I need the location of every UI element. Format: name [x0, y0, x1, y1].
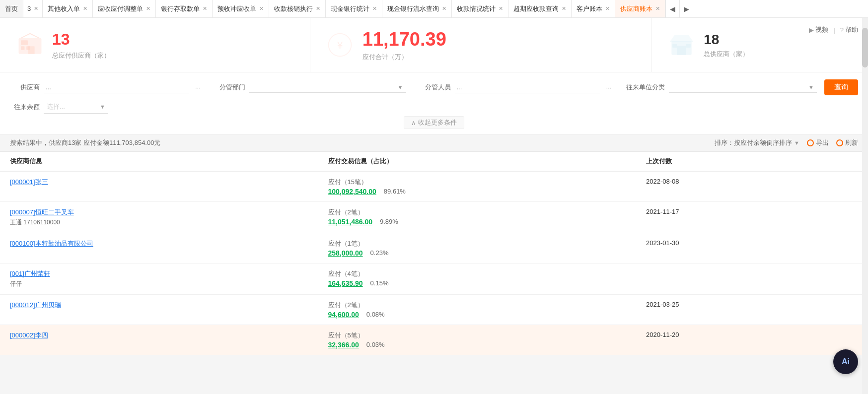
tx-label-3: 应付（1笔）	[328, 239, 647, 248]
transaction-info-3: 应付（1笔） 258,000.00 0.23%	[328, 239, 647, 257]
tx-percent-2: 9.89%	[380, 218, 398, 225]
sort-label: 排序：按应付余额倒序排序	[715, 138, 792, 147]
close-icon[interactable]: ✕	[259, 5, 264, 12]
payable-total-label: 应付合计（万）	[362, 53, 446, 62]
supplier-sub-2: 王通 17106110000	[10, 218, 328, 227]
chevron-down-icon: ▼	[398, 84, 403, 90]
ai-button[interactable]: Ai	[833, 349, 858, 374]
nav-customer-ledger[interactable]: 客户账本 ✕	[572, 0, 615, 17]
top-links: ▶ 视频 | ? 帮助	[809, 25, 858, 34]
last-pay-1: 2022-08-08	[646, 178, 858, 185]
close-icon[interactable]: ✕	[605, 5, 610, 12]
refresh-button[interactable]: 刷新	[836, 138, 858, 147]
query-button[interactable]: 查询	[824, 79, 858, 95]
close-icon[interactable]: ✕	[655, 5, 660, 12]
nav-right-arrow[interactable]: ▶	[679, 0, 693, 18]
col-header-last-pay: 上次付数	[646, 157, 858, 166]
supplier-link-3[interactable]: [000100]本特勤油品有限公司	[10, 239, 328, 248]
table-header: 供应商信息 应付交易信息（占比） 上次付数	[0, 152, 868, 172]
supplier-link-5[interactable]: [000012]广州贝瑞	[10, 301, 328, 310]
supplier-link-6[interactable]: [000002]李四	[10, 331, 328, 340]
close-icon[interactable]: ✕	[34, 5, 38, 12]
last-pay-6: 2020-11-20	[646, 331, 858, 338]
tx-amount-6[interactable]: 32,366.00	[328, 341, 359, 349]
close-icon[interactable]: ✕	[372, 5, 377, 12]
table-row: [000001]张三 应付（15笔） 100,092,540.00 89.61%…	[0, 172, 868, 202]
nav-supplier-ledger[interactable]: 供应商账本 ✕	[615, 0, 665, 17]
stats-bar: 13 总应付供应商（家） ¥ 11,170.39 应付合计（万）	[0, 18, 868, 72]
result-bar: 搜索结果中，供应商13家 应付金额111,703,854.00元 排序：按应付余…	[0, 134, 868, 152]
chevron-up-icon: ∧	[411, 119, 416, 127]
video-link[interactable]: ▶ 视频	[809, 25, 828, 34]
nav-bank-deposit[interactable]: 银行存取款单 ✕	[156, 0, 213, 17]
filter-row-2: 往来余额 选择... ▼	[10, 100, 858, 114]
stat-card-suppliers: 13 总应付供应商（家）	[0, 18, 310, 72]
nav-cash-flow[interactable]: 现金银行流水查询 ✕	[382, 0, 452, 17]
balance-select[interactable]: 选择... ▼	[44, 100, 108, 114]
scrollbar-thumb[interactable]	[862, 28, 868, 67]
nav-prepay[interactable]: 预收冲应收单 ✕	[213, 0, 269, 17]
supplier-link-2[interactable]: [000007]恒旺二手叉车	[10, 208, 328, 217]
category-select[interactable]: ▼	[669, 82, 817, 93]
tx-amount-1[interactable]: 100,092,540.00	[328, 188, 376, 196]
nav-collection[interactable]: 收款核销执行 ✕	[269, 0, 326, 17]
payable-total-amount: 11,170.39	[362, 28, 446, 51]
nav-collection-stats[interactable]: 收款情况统计 ✕	[452, 0, 508, 17]
filter-category: 往来单位分类 ▼	[626, 82, 817, 93]
filter-area: 供应商 ··· 分管部门 ▼ 分管人员 ··· 往来单位分类 ▼	[0, 72, 868, 134]
export-button[interactable]: 导出	[807, 138, 829, 147]
person-more-icon[interactable]: ···	[606, 84, 611, 91]
close-icon[interactable]: ✕	[442, 5, 446, 12]
nav-other-income[interactable]: 其他收入单 ✕	[43, 0, 93, 17]
sort-dropdown[interactable]: 排序：按应付余额倒序排序 ▼	[715, 138, 799, 147]
tx-percent-1: 89.61%	[384, 188, 406, 195]
supplier-icon	[15, 30, 45, 60]
transaction-info-6: 应付（5笔） 32,366.00 0.03%	[328, 331, 647, 349]
tx-amount-3[interactable]: 258,000.00	[328, 249, 363, 257]
data-table: 供应商信息 应付交易信息（占比） 上次付数 [000001]张三 应付（15笔）…	[0, 152, 868, 355]
nav-adjustment[interactable]: 应收应付调整单 ✕	[93, 0, 156, 17]
supplier-more-icon[interactable]: ···	[195, 84, 201, 91]
collapse-button[interactable]: ∧ 收起更多条件	[404, 116, 464, 129]
person-input[interactable]	[455, 81, 600, 93]
supplier-info-4: [001]广州荣轩 仔仔	[10, 269, 328, 288]
tx-label-2: 应付（2笔）	[328, 208, 647, 217]
help-link[interactable]: ? 帮助	[840, 25, 858, 34]
nav-tab-3[interactable]: 3 ✕	[23, 0, 43, 17]
svg-rect-4	[28, 46, 34, 54]
nav-overdue[interactable]: 超期应收款查询 ✕	[508, 0, 572, 17]
scrollbar[interactable]	[862, 18, 868, 394]
filter-row-1: 供应商 ··· 分管部门 ▼ 分管人员 ··· 往来单位分类 ▼	[10, 79, 858, 95]
result-summary: 搜索结果中，供应商13家 应付金额111,703,854.00元	[10, 138, 160, 147]
dept-select[interactable]: ▼	[249, 82, 406, 93]
close-icon[interactable]: ✕	[499, 5, 503, 12]
supplier-link-1[interactable]: [000001]张三	[10, 178, 328, 187]
tx-amount-4[interactable]: 164,635.90	[328, 279, 363, 287]
table-row: [000012]广州贝瑞 应付（2笔） 94,600.00 0.08% 2021…	[0, 295, 868, 325]
close-icon[interactable]: ✕	[83, 5, 87, 12]
tx-label-5: 应付（2笔）	[328, 301, 647, 310]
stat-card-amount: ¥ 11,170.39 应付合计（万）	[310, 18, 651, 72]
separator: |	[833, 25, 835, 34]
nav-home[interactable]: 首页	[0, 0, 23, 17]
close-icon[interactable]: ✕	[562, 5, 566, 12]
nav-left-arrow[interactable]: ◀	[665, 0, 679, 18]
close-icon[interactable]: ✕	[203, 5, 207, 12]
supplier-input[interactable]	[44, 81, 189, 93]
filter-supplier: 供应商 ···	[10, 81, 201, 93]
chevron-down-icon: ▼	[95, 104, 105, 110]
filter-balance: 往来余额 选择... ▼	[10, 100, 108, 114]
tx-amount-2[interactable]: 11,051,486.00	[328, 218, 373, 226]
last-pay-2: 2021-11-17	[646, 208, 858, 215]
supplier-link-4[interactable]: [001]广州荣轩	[10, 269, 328, 278]
close-icon[interactable]: ✕	[146, 5, 150, 12]
last-pay-3: 2023-01-30	[646, 239, 858, 247]
col-header-transaction: 应付交易信息（占比）	[328, 157, 647, 166]
transaction-info-2: 应付（2笔） 11,051,486.00 9.89%	[328, 208, 647, 226]
close-icon[interactable]: ✕	[316, 5, 320, 12]
supplier-info-5: [000012]广州贝瑞	[10, 301, 328, 310]
transaction-info-1: 应付（15笔） 100,092,540.00 89.61%	[328, 178, 647, 196]
svg-text:¥: ¥	[337, 40, 343, 51]
tx-amount-5[interactable]: 94,600.00	[328, 311, 359, 319]
nav-cash-bank-stats[interactable]: 现金银行统计 ✕	[326, 0, 382, 17]
